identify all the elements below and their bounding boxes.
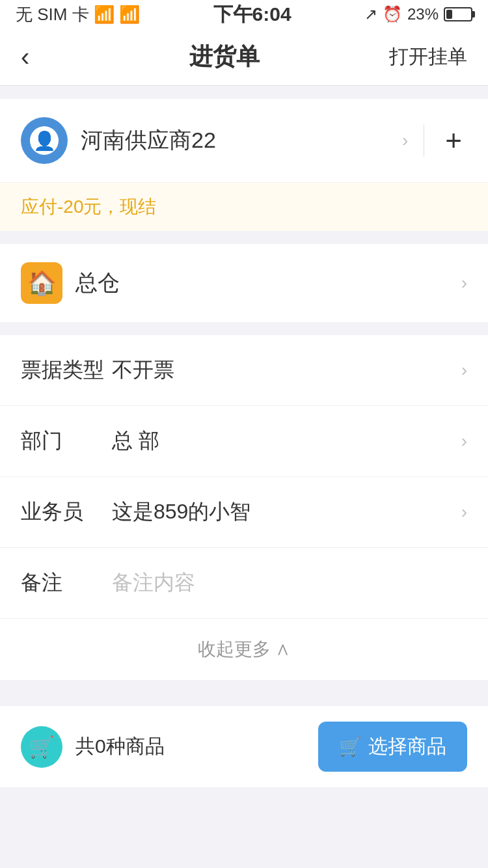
select-product-button[interactable]: 🛒 选择商品 [318, 722, 467, 772]
supplier-section: 👤 河南供应商22 › + 应付-20元，现结 [0, 99, 488, 231]
invoice-type-value: 不开票 [112, 356, 451, 385]
supplier-avatar: 👤 [21, 117, 68, 164]
product-symbol: 🛒 [29, 735, 55, 759]
warehouse-chevron-icon: › [461, 273, 467, 293]
location-icon: ↗ [364, 5, 377, 23]
alert-text: 应付-20元，现结 [21, 197, 156, 217]
product-count: 共0种商品 [75, 733, 318, 760]
top-divider [0, 86, 488, 99]
gray-background [0, 787, 488, 868]
salesperson-chevron-icon: › [461, 502, 467, 522]
battery-icon [444, 7, 472, 21]
product-icon: 🛒 [21, 726, 62, 768]
open-pending-button[interactable]: 打开挂单 [389, 44, 467, 70]
remark-placeholder[interactable]: 备注内容 [112, 569, 467, 597]
salesperson-row[interactable]: 业务员 这是859的小智 › [0, 477, 488, 548]
select-product-label: 选择商品 [368, 733, 446, 760]
status-time: 下午6:04 [213, 1, 291, 28]
department-value: 总 部 [112, 427, 451, 455]
warehouse-section[interactable]: 🏠 总仓 › [0, 244, 488, 322]
invoice-type-chevron-icon: › [461, 360, 467, 381]
department-chevron-icon: › [461, 431, 467, 452]
battery-percent: 23% [407, 5, 439, 23]
bottom-bar: 🛒 共0种商品 🛒 选择商品 [0, 706, 488, 787]
person-icon: 👤 [33, 130, 56, 152]
status-right: ↗ ⏰ 23% [364, 5, 472, 23]
form-section: 票据类型 不开票 › 部门 总 部 › 业务员 这是859的小智 › 备注 备注… [0, 335, 488, 618]
supplier-chevron-icon: › [402, 130, 408, 151]
warehouse-icon: 🏠 [21, 262, 62, 304]
remark-label: 备注 [21, 569, 112, 597]
alert-banner: 应付-20元，现结 [0, 183, 488, 231]
collapse-button[interactable]: 收起更多 ∧ [0, 618, 488, 680]
status-left: 无 SIM 卡 📶 📶 [16, 3, 140, 26]
supplier-divider-bottom [0, 231, 488, 244]
warehouse-symbol: 🏠 [27, 269, 57, 297]
warehouse-name: 总仓 [75, 268, 451, 298]
bottom-divider [0, 680, 488, 693]
warehouse-row[interactable]: 🏠 总仓 › [0, 244, 488, 322]
supplier-divider [424, 124, 424, 157]
collapse-label: 收起更多 ∧ [198, 637, 291, 662]
alarm-icon: ⏰ [383, 5, 402, 23]
remark-row[interactable]: 备注 备注内容 [0, 548, 488, 618]
salesperson-label: 业务员 [21, 498, 112, 526]
department-row[interactable]: 部门 总 部 › [0, 406, 488, 477]
supplier-name: 河南供应商22 [81, 126, 392, 156]
nav-bar: ‹ 进货单 打开挂单 [0, 29, 488, 86]
add-supplier-button[interactable]: + [440, 124, 467, 157]
cart-icon: 🛒 [339, 736, 362, 757]
invoice-type-row[interactable]: 票据类型 不开票 › [0, 335, 488, 406]
department-label: 部门 [21, 427, 112, 455]
avatar-inner: 👤 [30, 126, 59, 155]
status-bar: 无 SIM 卡 📶 📶 下午6:04 ↗ ⏰ 23% [0, 0, 488, 29]
back-button[interactable]: ‹ [21, 42, 60, 72]
supplier-row[interactable]: 👤 河南供应商22 › + [0, 99, 488, 183]
page-title: 进货单 [189, 41, 260, 73]
salesperson-value: 这是859的小智 [112, 498, 451, 526]
invoice-type-label: 票据类型 [21, 356, 112, 385]
